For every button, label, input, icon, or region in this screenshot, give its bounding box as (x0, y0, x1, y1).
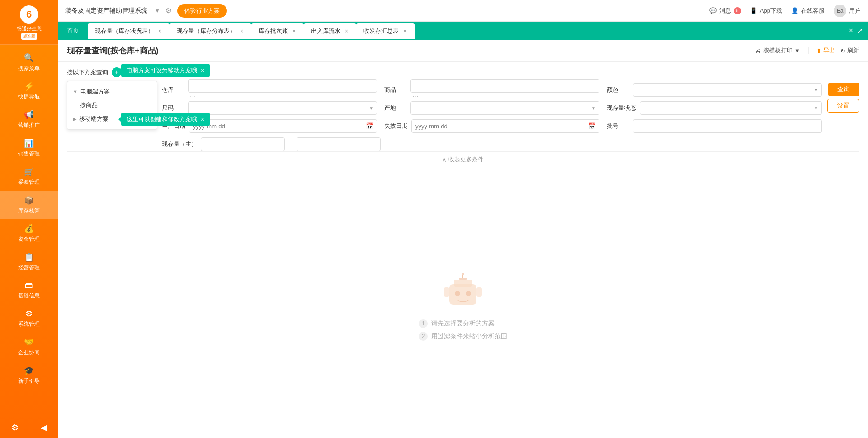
fullscreen-icon[interactable]: ⤢ (857, 27, 863, 35)
warehouse-select[interactable] (188, 79, 377, 93)
goods-field: 商品 ··· (384, 83, 599, 97)
print-label: 按模板打印 (763, 47, 793, 55)
filter-row-2: 尺码 ▼ 产地 ▼ (162, 101, 822, 115)
empty-hints: 1 请先选择要分析的方案 2 用过滤条件来缩小分析范围 (419, 319, 507, 341)
origin-field: 产地 ▼ (384, 101, 599, 115)
collapse-sidebar-icon[interactable]: ◀ (41, 423, 47, 433)
size-select[interactable] (188, 101, 377, 115)
tab-label: 现存量（库存状况表） (95, 27, 154, 35)
tooltip1-close[interactable]: × (201, 67, 204, 74)
expiry-date-input[interactable] (411, 119, 599, 133)
tree-item-label: 按商品 (80, 101, 98, 109)
print-button[interactable]: 🖨 按模板打印 ▼ (755, 47, 800, 55)
print-dropdown-icon: ▼ (794, 47, 800, 54)
sidebar-item-enterprise[interactable]: 🤝 企业协同 (0, 333, 58, 361)
user-action[interactable]: Ea 用户 (834, 5, 861, 17)
origin-select[interactable] (410, 101, 599, 115)
sidebar-item-purchase[interactable]: 🛒 采购管理 (0, 162, 58, 191)
refresh-button[interactable]: ↻ 刷新 (840, 47, 859, 55)
tab-close-inventory-dist[interactable]: × (239, 27, 244, 35)
tab-close-collect[interactable]: × (402, 27, 407, 35)
tab-inventory-status[interactable]: 现存量（库存状况表） × (88, 23, 170, 39)
sidebar-item-marketing[interactable]: 📢 营销推广 (0, 105, 58, 134)
tooltip-scheme-hint: 电脑方案可设为移动方案哦 × (121, 64, 210, 77)
sidebar-nav: 🔍 搜索菜单 ⚡ 快捷导航 📢 营销推广 📊 销售管理 🛒 采购管理 📦 库存核… (0, 45, 58, 417)
sidebar-item-newbie[interactable]: 🎓 新手引导 (0, 361, 58, 390)
color-select[interactable] (633, 83, 822, 97)
settings-icon[interactable]: ⚙ (11, 423, 19, 433)
tab-close-inventory-status[interactable]: × (157, 27, 162, 35)
hint-number-2: 2 (419, 332, 428, 341)
hint-text-1: 请先选择要分析的方案 (431, 320, 495, 328)
filter-header: 按以下方案查询 + ✎ « 电脑方案可设为移动方案哦 × ▼ 电脑端方案 (67, 67, 859, 77)
svg-rect-1 (454, 280, 472, 287)
production-date-calendar-icon[interactable]: 📅 (366, 122, 373, 130)
sidebar-item-quick-nav[interactable]: ⚡ 快捷导航 (0, 77, 58, 105)
sidebar-item-label: 基础信息 (18, 292, 40, 300)
experience-button[interactable]: 体验行业方案 (177, 4, 227, 18)
tab-inventory-dist[interactable]: 现存量（库存分布表） × (170, 23, 251, 39)
collapse-button[interactable]: ∧ 收起更多条件 (442, 155, 484, 164)
message-badge: 6 (734, 7, 741, 14)
collapse-label: 收起更多条件 (448, 155, 484, 164)
filter-header-wrap: 按以下方案查询 + ✎ « 电脑方案可设为移动方案哦 × ▼ 电脑端方案 (67, 67, 859, 77)
stock-min-input[interactable] (201, 137, 285, 151)
batch-field: 批号 (607, 119, 822, 133)
stock-status-field: 现存量状态 ▼ (607, 101, 822, 115)
sidebar-item-finance[interactable]: 💰 资金管理 (0, 219, 58, 248)
reset-button[interactable]: 设置 (827, 99, 859, 113)
filter-rows: 仓库 ··· 商品 ··· (162, 83, 822, 151)
message-icon: 💬 (709, 7, 717, 14)
tab-close-flow[interactable]: × (344, 27, 349, 35)
header-left: 装备及固定资产辅助管理系统 ▼ ⚙ 体验行业方案 (65, 4, 227, 18)
refresh-label: 刷新 (847, 47, 859, 55)
sidebar-item-ops[interactable]: 📋 经营管理 (0, 248, 58, 276)
message-action[interactable]: 💬 消息 6 (709, 7, 741, 15)
goods-select[interactable] (410, 79, 599, 93)
sidebar-item-basic[interactable]: 🗃 基础信息 (0, 276, 58, 304)
online-service-action[interactable]: 👤 在线客服 (791, 7, 825, 15)
tree-item-label: 移动端方案 (79, 115, 108, 123)
tree-arrow-mobile-icon: ▶ (73, 116, 76, 122)
sidebar: 6 畅通好生意 标准版 🔍 搜索菜单 ⚡ 快捷导航 📢 营销推广 📊 销售管理 … (0, 0, 58, 438)
tooltip1-text: 电脑方案可设为移动方案哦 (127, 66, 197, 75)
tree-item-by-goods[interactable]: 按商品 (67, 99, 157, 112)
hint-number-1: 1 (419, 319, 428, 328)
goods-select-wrap: ··· (410, 79, 599, 101)
warehouse-label: 仓库 (162, 86, 184, 94)
stock-max-input[interactable] (297, 137, 381, 151)
origin-label: 产地 (384, 104, 407, 112)
app-logo-icon: 6 (20, 5, 38, 24)
sidebar-logo: 6 畅通好生意 标准版 (0, 0, 58, 45)
collapse-bar[interactable]: ∧ 收起更多条件 (67, 151, 859, 167)
expiry-date-calendar-icon[interactable]: 📅 (588, 122, 596, 130)
search-button[interactable]: 查询 (828, 83, 859, 96)
export-button[interactable]: ⬆ 导出 (816, 47, 835, 55)
header-settings-icon[interactable]: ⚙ (165, 6, 172, 15)
batch-input[interactable] (633, 119, 822, 133)
sidebar-item-sales[interactable]: 📊 销售管理 (0, 134, 58, 162)
tree-item-desktop[interactable]: ▼ 电脑端方案 (67, 85, 157, 99)
tooltip2-close[interactable]: × (201, 116, 204, 123)
stock-status-select[interactable] (640, 101, 822, 115)
tab-batch-account[interactable]: 库存批次账 × (251, 23, 304, 39)
tab-home[interactable]: 首页 (58, 22, 88, 40)
sidebar-item-system[interactable]: ⚙ 系统管理 (0, 304, 58, 333)
page-title: 现存量查询(按仓库+商品) (67, 45, 159, 56)
tab-close-batch[interactable]: × (292, 27, 297, 35)
action-separator: | (807, 47, 809, 55)
tab-in-out-flow[interactable]: 出入库流水 × (304, 23, 356, 39)
top-header: 装备及固定资产辅助管理系统 ▼ ⚙ 体验行业方案 💬 消息 6 📱 App下载 … (58, 0, 868, 22)
tab-label: 现存量（库存分布表） (177, 27, 236, 35)
sidebar-item-inventory[interactable]: 📦 库存核算 (0, 191, 58, 219)
production-date-input[interactable] (189, 119, 377, 133)
close-all-tabs-icon[interactable]: × (849, 27, 853, 35)
app-logo-text: 畅通好生意 (17, 25, 42, 32)
empty-hint-1: 1 请先选择要分析的方案 (419, 319, 507, 328)
filter-area: 按以下方案查询 + ✎ « 电脑方案可设为移动方案哦 × ▼ 电脑端方案 (58, 62, 868, 171)
system-dropdown-icon[interactable]: ▼ (155, 8, 160, 14)
sidebar-item-search-menu[interactable]: 🔍 搜索菜单 (0, 48, 58, 77)
warehouse-dots-icon[interactable]: ··· (190, 93, 196, 100)
app-download-action[interactable]: 📱 App下载 (750, 7, 782, 15)
tab-collect-send[interactable]: 收发存汇总表 × (356, 23, 415, 39)
